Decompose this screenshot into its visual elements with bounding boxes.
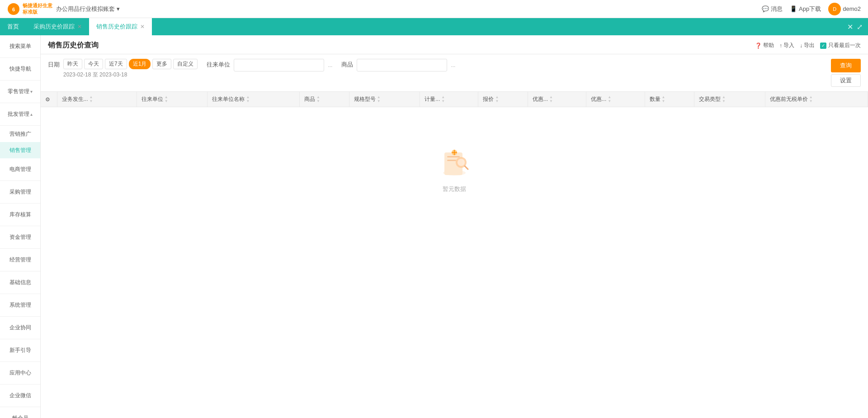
col-quote[interactable]: 报价 ▲ ▼ <box>478 92 528 107</box>
sort-arrows-product: ▲ ▼ <box>316 95 320 103</box>
sidebar-item-finance[interactable]: 资金管理 <box>0 226 40 249</box>
basics-label: 基础信息 <box>9 279 31 286</box>
tab-close-sales[interactable]: ✕ <box>140 24 145 30</box>
close-window-icon[interactable]: ✕ <box>847 23 853 31</box>
table-container: ⚙ 业务发生... ▲ ▼ <box>41 92 868 418</box>
header-right: 💬 消息 📱 App下载 D demo2 <box>762 3 861 15</box>
message-btn[interactable]: 💬 消息 <box>762 5 783 13</box>
tab-bar: 首页 采购历史价跟踪 ✕ 销售历史价跟踪 ✕ ✕ ⤢ <box>0 18 868 35</box>
partner-ellipsis[interactable]: ... <box>328 62 332 68</box>
date-filter-label: 日期 <box>48 59 60 69</box>
import-icon: ↑ <box>779 43 782 49</box>
product-filter-label: 商品 <box>341 59 353 69</box>
empty-text: 暂元数据 <box>443 185 466 193</box>
marketing-label: 营销推广 <box>9 130 31 138</box>
col-business-date[interactable]: 业务发生... ▲ ▼ <box>57 92 137 107</box>
sidebar-item-basics[interactable]: 基础信息 <box>0 271 40 294</box>
logo-text: 畅捷通好生意 标准版 <box>23 3 52 14</box>
col-product[interactable]: 商品 ▲ ▼ <box>300 92 349 107</box>
tab-sales-history[interactable]: 销售历史价跟踪 ✕ <box>89 18 152 35</box>
sidebar: 搜索菜单 快捷导航 零售管理 ▾ 批发管理 ▴ 营销推广 销售管理 电商管理 采… <box>0 35 41 418</box>
finance-label: 资金管理 <box>9 233 31 241</box>
sidebar-item-wholesale-mgmt[interactable]: 批发管理 ▴ <box>0 103 40 126</box>
product-input-group: ... <box>357 59 455 71</box>
svg-text:6: 6 <box>12 7 15 12</box>
product-input[interactable] <box>357 59 447 71</box>
col-spec[interactable]: 规格型号 ▲ ▼ <box>349 92 420 107</box>
col-discount1[interactable]: 优惠... ▲ ▼ <box>528 92 586 107</box>
sidebar-item-purchase-mgmt[interactable]: 采购管理 <box>0 181 40 204</box>
export-icon: ↓ <box>800 43 802 49</box>
date-btn-7days[interactable]: 近7天 <box>105 59 127 69</box>
help-icon: ❓ <box>755 43 762 49</box>
setting-button[interactable]: 设置 <box>831 74 861 87</box>
date-btn-1month[interactable]: 近1月 <box>129 59 151 69</box>
sidebar-item-guide[interactable]: 新手引导 <box>0 339 40 362</box>
query-button[interactable]: 查询 <box>831 59 861 72</box>
svg-line-8 <box>465 166 468 169</box>
sidebar-item-quick-nav[interactable]: 快捷导航 <box>0 58 40 81</box>
sidebar-item-enterprise[interactable]: 企业协同 <box>0 317 40 339</box>
help-link[interactable]: ❓ 帮助 <box>755 42 774 49</box>
app-selector[interactable]: 办公用品行业模拟账套 ▾ <box>56 5 120 13</box>
date-btn-today[interactable]: 今天 <box>84 59 103 69</box>
sidebar-item-app-center[interactable]: 应用中心 <box>0 362 40 385</box>
purchase-mgmt-label: 采购管理 <box>9 188 31 196</box>
date-range-display: 2023-02-18 至 2023-03-18 <box>63 71 198 79</box>
only-last-checkbox[interactable]: ✓ 只看最后一次 <box>820 42 861 49</box>
col-trade-type[interactable]: 交易类型 ▲ ▼ <box>694 92 765 107</box>
col-partner-code[interactable]: 往来单位 ▲ ▼ <box>137 92 208 107</box>
sidebar-item-retail-mgmt[interactable]: 零售管理 ▾ <box>0 81 40 103</box>
col-pretax-price[interactable]: 优惠前无税单价 ▲ ▼ <box>765 92 868 107</box>
partner-input[interactable] <box>234 59 324 71</box>
sidebar-item-operations[interactable]: 经营管理 <box>0 249 40 271</box>
page-actions: ❓ 帮助 ↑ 导入 ↓ 导出 ✓ 只看最后一次 <box>755 42 861 49</box>
col-discount2[interactable]: 优惠... ▲ ▼ <box>586 92 645 107</box>
content-area: 销售历史价查询 ❓ 帮助 ↑ 导入 ↓ 导出 ✓ 只看最后一次 <box>41 35 868 418</box>
product-ellipsis[interactable]: ... <box>451 62 455 68</box>
user-area[interactable]: D demo2 <box>828 3 861 15</box>
tab-home[interactable]: 首页 <box>0 18 26 35</box>
sidebar-item-inventory[interactable]: 库存核算 <box>0 204 40 226</box>
system-label: 系统管理 <box>9 301 31 309</box>
sidebar-item-ecommerce[interactable]: 电商管理 <box>0 158 40 181</box>
date-btn-more[interactable]: 更多 <box>152 59 171 69</box>
col-unit[interactable]: 计量... ▲ ▼ <box>420 92 478 107</box>
import-link[interactable]: ↑ 导入 <box>779 42 794 49</box>
product-filter-group: 商品 ... <box>341 59 455 71</box>
partner-filter-group: 往来单位 ... <box>207 59 332 71</box>
wholesale-arrow-icon: ▴ <box>30 112 33 117</box>
page-header: 销售历史价查询 ❓ 帮助 ↑ 导入 ↓ 导出 ✓ 只看最后一次 <box>41 35 868 54</box>
tab-close-purchase[interactable]: ✕ <box>77 24 82 30</box>
table-settings-icon[interactable]: ⚙ <box>45 96 50 103</box>
date-filter-options: 昨天 今天 近7天 近1月 更多 自定义 2023-02-18 至 2023-0… <box>63 59 198 79</box>
sort-arrows-quote: ▲ ▼ <box>495 95 499 103</box>
col-settings: ⚙ <box>41 92 57 107</box>
sidebar-item-member[interactable]: 畅会员 <box>0 407 40 418</box>
svg-rect-4 <box>447 156 460 157</box>
sort-arrows-spec: ▲ ▼ <box>377 95 381 103</box>
sidebar-item-wechat[interactable]: 企业微信 <box>0 385 40 407</box>
retail-mgmt-label: 零售管理 <box>8 88 29 95</box>
col-partner-name[interactable]: 往来单位名称 ▲ ▼ <box>208 92 300 107</box>
filter-bar: 日期 昨天 今天 近7天 近1月 更多 自定义 2023-02-18 至 202… <box>41 54 868 92</box>
download-icon: 📱 <box>790 5 797 12</box>
tab-purchase-history[interactable]: 采购历史价跟踪 ✕ <box>26 18 89 35</box>
sidebar-item-search-menu[interactable]: 搜索菜单 <box>0 35 40 58</box>
avatar: D <box>828 3 841 15</box>
date-btn-custom[interactable]: 自定义 <box>173 59 198 69</box>
table-header-row: ⚙ 业务发生... ▲ ▼ <box>41 92 868 107</box>
maximize-window-icon[interactable]: ⤢ <box>857 23 863 31</box>
sidebar-item-system[interactable]: 系统管理 <box>0 294 40 317</box>
sidebar-item-marketing[interactable]: 营销推广 <box>0 126 40 142</box>
wechat-label: 企业微信 <box>9 392 31 399</box>
sort-arrows-partner-code: ▲ ▼ <box>165 95 168 103</box>
inventory-label: 库存核算 <box>9 211 31 218</box>
sidebar-item-sales-mgmt[interactable]: 销售管理 <box>0 142 40 158</box>
sort-arrows-unit: ▲ ▼ <box>441 95 445 103</box>
app-download-btn[interactable]: 📱 App下载 <box>790 5 821 13</box>
date-btn-yesterday[interactable]: 昨天 <box>63 59 82 69</box>
col-quantity[interactable]: 数量 ▲ ▼ <box>645 92 694 107</box>
export-link[interactable]: ↓ 导出 <box>800 42 815 49</box>
tab-bar-controls: ✕ ⤢ <box>847 23 868 31</box>
